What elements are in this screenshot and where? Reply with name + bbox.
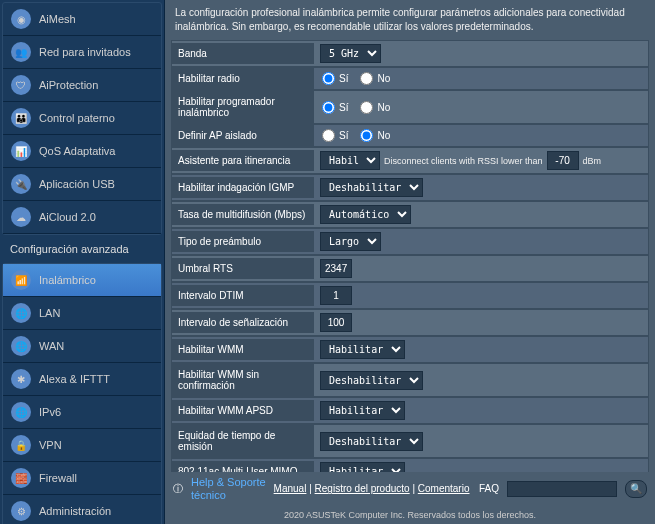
sidebar-item-firewall[interactable]: 🧱Firewall bbox=[3, 462, 161, 495]
nav-label: QoS Adaptativa bbox=[39, 145, 115, 157]
nav-label: Inalámbrico bbox=[39, 274, 96, 286]
sidebar-item-aimesh[interactable]: ◉AiMesh bbox=[3, 3, 161, 36]
band-select[interactable]: 5 GHz bbox=[320, 44, 381, 63]
multicast-select[interactable]: Automático bbox=[320, 205, 411, 224]
beacon-input[interactable] bbox=[320, 313, 352, 332]
help-link[interactable]: Help & Soportetécnico bbox=[191, 476, 266, 502]
scheduler-label: Habilitar programador inalámbrico bbox=[172, 91, 314, 123]
airtime-label: Equidad de tiempo de emisión bbox=[172, 425, 314, 457]
manual-link[interactable]: Manual bbox=[274, 483, 307, 494]
sidebar: ◉AiMesh👥Red para invitados🛡AiProtection👪… bbox=[0, 0, 165, 524]
nav-label: Firewall bbox=[39, 472, 77, 484]
nav-icon: 🔒 bbox=[11, 435, 31, 455]
wmm-apsd-select[interactable]: Habilitar bbox=[320, 401, 405, 420]
beacon-label: Intervalo de señalización bbox=[172, 312, 314, 333]
nav-icon: 🛡 bbox=[11, 75, 31, 95]
roaming-label: Asistente para itinerancia bbox=[172, 150, 314, 171]
mumimo-select[interactable]: Habilitar bbox=[320, 462, 405, 472]
nav-label: IPv6 bbox=[39, 406, 61, 418]
preamble-select[interactable]: Largo bbox=[320, 232, 381, 251]
nav-label: Administración bbox=[39, 505, 111, 517]
nav-icon: ☁ bbox=[11, 207, 31, 227]
sidebar-item-wan[interactable]: 🌐WAN bbox=[3, 330, 161, 363]
sidebar-item-lan[interactable]: 🌐LAN bbox=[3, 297, 161, 330]
preamble-label: Tipo de preámbulo bbox=[172, 231, 314, 252]
nav-icon: ◉ bbox=[11, 9, 31, 29]
faq-label: FAQ bbox=[479, 483, 499, 494]
nav-icon: ⚙ bbox=[11, 501, 31, 521]
search-icon: 🔍 bbox=[630, 483, 642, 494]
roaming-hint: Disconnect clients with RSSI lower than bbox=[384, 156, 543, 166]
nav-icon: 🌐 bbox=[11, 402, 31, 422]
footer: ⓘ Help & Soportetécnico Manual | Registr… bbox=[165, 472, 655, 506]
nav-label: WAN bbox=[39, 340, 64, 352]
nav-icon: ✱ bbox=[11, 369, 31, 389]
dtim-label: Intervalo DTIM bbox=[172, 285, 314, 306]
comment-link[interactable]: Comentario bbox=[418, 483, 470, 494]
roaming-rssi-input[interactable] bbox=[547, 151, 579, 170]
sidebar-item-red-para-invitados[interactable]: 👥Red para invitados bbox=[3, 36, 161, 69]
search-button[interactable]: 🔍 bbox=[625, 480, 647, 498]
nav-icon: 📶 bbox=[11, 270, 31, 290]
band-label: Banda bbox=[172, 43, 314, 64]
sidebar-item-ipv6[interactable]: 🌐IPv6 bbox=[3, 396, 161, 429]
nav-icon: 🌐 bbox=[11, 336, 31, 356]
form-area: Banda 5 GHz Habilitar radio Sí No Habili… bbox=[165, 40, 655, 472]
nav-label: Aplicación USB bbox=[39, 178, 115, 190]
sidebar-item-aicloud-2.0[interactable]: ☁AiCloud 2.0 bbox=[3, 201, 161, 234]
isolated-no[interactable] bbox=[360, 129, 373, 142]
isolated-si[interactable] bbox=[322, 129, 335, 142]
nav-icon: 🧱 bbox=[11, 468, 31, 488]
nav-label: VPN bbox=[39, 439, 62, 451]
scheduler-si[interactable] bbox=[322, 101, 335, 114]
roaming-select[interactable]: Habilitar bbox=[320, 151, 380, 170]
igmp-select[interactable]: Deshabilitar bbox=[320, 178, 423, 197]
wmm-select[interactable]: Habilitar bbox=[320, 340, 405, 359]
sidebar-item-vpn[interactable]: 🔒VPN bbox=[3, 429, 161, 462]
nav-label: AiMesh bbox=[39, 13, 76, 25]
page-description: La configuración profesional inalámbrica… bbox=[165, 0, 655, 40]
sidebar-item-administración[interactable]: ⚙Administración bbox=[3, 495, 161, 524]
wmm-noack-label: Habilitar WMM sin confirmación bbox=[172, 364, 314, 396]
nav-icon: 👥 bbox=[11, 42, 31, 62]
sidebar-item-qos-adaptativa[interactable]: 📊QoS Adaptativa bbox=[3, 135, 161, 168]
wmm-apsd-label: Habilitar WMM APSD bbox=[172, 400, 314, 421]
wmm-noack-select[interactable]: Deshabilitar bbox=[320, 371, 423, 390]
product-reg-link[interactable]: Registro del producto bbox=[315, 483, 410, 494]
nav-icon: 🌐 bbox=[11, 303, 31, 323]
sidebar-item-alexa-ifttt[interactable]: ✱Alexa & IFTTT bbox=[3, 363, 161, 396]
mumimo-label: 802.11ac Multi-User MIMO bbox=[172, 461, 314, 472]
faq-search-input[interactable] bbox=[507, 481, 617, 497]
nav-icon: 👪 bbox=[11, 108, 31, 128]
radio-no[interactable] bbox=[360, 72, 373, 85]
sidebar-item-aplicación-usb[interactable]: 🔌Aplicación USB bbox=[3, 168, 161, 201]
main-content: La configuración profesional inalámbrica… bbox=[165, 0, 655, 524]
nav-label: LAN bbox=[39, 307, 60, 319]
rts-input[interactable] bbox=[320, 259, 352, 278]
advanced-section-title: Configuración avanzada bbox=[0, 237, 164, 261]
scheduler-no[interactable] bbox=[360, 101, 373, 114]
help-icon: ⓘ bbox=[173, 482, 183, 496]
nav-label: Alexa & IFTTT bbox=[39, 373, 110, 385]
nav-label: AiProtection bbox=[39, 79, 98, 91]
sidebar-item-aiprotection[interactable]: 🛡AiProtection bbox=[3, 69, 161, 102]
sidebar-item-inalámbrico[interactable]: 📶Inalámbrico bbox=[3, 264, 161, 297]
radio-si[interactable] bbox=[322, 72, 335, 85]
nav-label: Control paterno bbox=[39, 112, 115, 124]
dtim-input[interactable] bbox=[320, 286, 352, 305]
sidebar-item-control-paterno[interactable]: 👪Control paterno bbox=[3, 102, 161, 135]
airtime-select[interactable]: Deshabilitar bbox=[320, 432, 423, 451]
nav-label: Red para invitados bbox=[39, 46, 131, 58]
nav-icon: 🔌 bbox=[11, 174, 31, 194]
multicast-label: Tasa de multidifusión (Mbps) bbox=[172, 204, 314, 225]
isolated-label: Definir AP aislado bbox=[172, 125, 314, 146]
igmp-label: Habilitar indagación IGMP bbox=[172, 177, 314, 198]
nav-label: AiCloud 2.0 bbox=[39, 211, 96, 223]
rts-label: Umbral RTS bbox=[172, 258, 314, 279]
copyright: 2020 ASUSTeK Computer Inc. Reservados to… bbox=[165, 506, 655, 524]
nav-icon: 📊 bbox=[11, 141, 31, 161]
radio-label: Habilitar radio bbox=[172, 68, 314, 89]
wmm-label: Habilitar WMM bbox=[172, 339, 314, 360]
